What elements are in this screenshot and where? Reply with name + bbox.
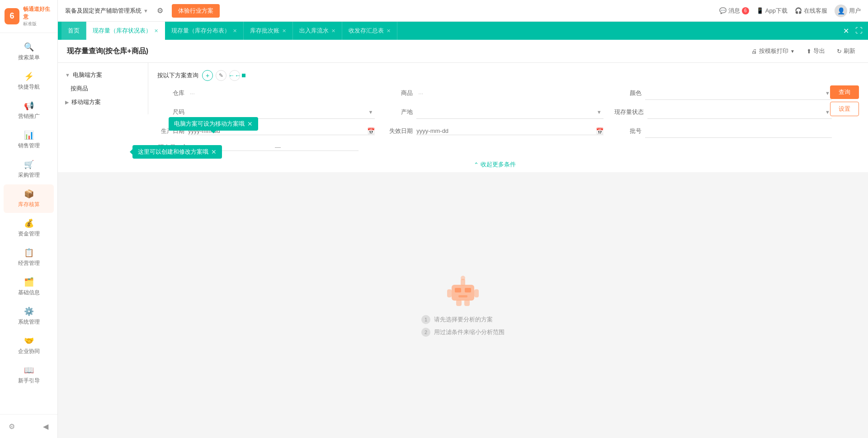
sidebar-item-basic[interactable]: 🗂️ 基础信息 <box>4 273 54 301</box>
sidebar-item-enterprise[interactable]: 🤝 企业协同 <box>4 331 54 360</box>
reset-btn[interactable]: 设置 <box>830 102 859 116</box>
svg-rect-1 <box>455 288 461 292</box>
topbar: 装备及固定资产辅助管理系统 ▼ ⚙ 体验行业方案 💬 消息 6 📱 App下载 … <box>58 0 868 22</box>
filter-row-header: 按以下方案查询 + ✎ ←← <box>157 70 832 81</box>
sidebar-label-quick-nav: 快捷导航 <box>18 83 40 91</box>
filter-label-expire-date: 失效日期 <box>386 127 413 135</box>
collapse-sidebar-btn[interactable]: ◀ <box>38 419 53 433</box>
filter-prod-date-calendar-icon[interactable]: 📅 <box>367 127 375 135</box>
tab-recv-summary-close[interactable]: ✕ <box>387 28 391 34</box>
message-btn[interactable]: 💬 消息 6 <box>719 7 749 15</box>
sidebar-item-operation[interactable]: 📋 经营管理 <box>4 243 54 272</box>
filter-expire-date-input[interactable] <box>416 127 594 134</box>
empty-step-2: 2 用过滤条件来缩小分析范围 <box>421 328 505 337</box>
tab-inventory-batch-close[interactable]: ✕ <box>282 28 286 34</box>
tab-home[interactable]: 首页 <box>61 22 86 40</box>
filter-select-stock-status[interactable]: ▼ <box>647 105 832 119</box>
scheme-item-desktop[interactable]: ▼ 电脑端方案 <box>58 68 148 82</box>
system-dropdown-arrow: ▼ <box>143 8 148 14</box>
inventory-icon: 📦 <box>24 189 34 199</box>
scheme-tooltip: 电脑方案可设为移动方案哦 ✕ <box>169 117 258 131</box>
refresh-btn[interactable]: ↻ 刷新 <box>833 45 859 57</box>
message-label: 消息 <box>728 7 740 15</box>
filter-range-separator: — <box>275 144 281 151</box>
tab-close-all-btn[interactable]: ✕ <box>841 25 851 37</box>
tab-inout-flow-close[interactable]: ✕ <box>331 28 335 34</box>
filter-select-color[interactable]: ▼ <box>645 86 832 100</box>
filter-grid-row4: 现存量（主） — <box>157 143 832 151</box>
app-download-icon: 📱 <box>756 7 764 14</box>
filter-add-btn[interactable]: + <box>202 70 213 81</box>
filter-select-origin[interactable]: ▼ <box>416 105 603 119</box>
online-service-btn[interactable]: 🎧 在线客服 <box>795 7 827 15</box>
scheme-tooltip-close[interactable]: ✕ <box>247 120 253 127</box>
filter-edit-btn[interactable]: ✎ <box>216 70 226 81</box>
filter-buttons: 查询 设置 <box>830 85 859 116</box>
tab-maximize-btn[interactable]: ⛶ <box>854 25 864 37</box>
sidebar-item-sales[interactable]: 📊 销售管理 <box>4 126 54 154</box>
industry-solution-btn[interactable]: 体验行业方案 <box>172 4 220 18</box>
scheme-item-mobile[interactable]: ▶ 移动端方案 <box>58 95 148 109</box>
filter-field-color: 颜色 ▼ <box>614 86 832 100</box>
topbar-settings-btn[interactable]: ⚙ <box>154 5 166 17</box>
print-template-btn[interactable]: 🖨 按模板打印 ▼ <box>748 45 798 57</box>
settings-footer-btn[interactable]: ⚙ <box>5 419 19 433</box>
tab-inventory-dist-close[interactable]: ✕ <box>233 28 237 34</box>
sidebar-item-marketing[interactable]: 📢 营销推广 <box>4 96 54 125</box>
topbar-settings-icon: ⚙ <box>157 6 163 15</box>
system-name-dropdown[interactable]: 装备及固定资产辅助管理系统 ▼ <box>65 7 148 15</box>
scheme-label-by-goods: 按商品 <box>71 85 88 93</box>
tab-inventory-dist-label: 现存量（库存分布表） <box>171 27 230 35</box>
tab-inventory-batch[interactable]: 库存批次账 ✕ <box>244 22 293 40</box>
filter-grid-row3: 生产日期 📅 失效日期 📅 批号 <box>157 124 832 138</box>
scheme-label-mobile: 移动端方案 <box>71 98 101 106</box>
filter-warehouse-dots[interactable]: ··· <box>188 90 197 97</box>
app-download-btn[interactable]: 📱 App下载 <box>756 7 788 15</box>
empty-step-2-text: 用过滤条件来缩小分析范围 <box>434 328 505 336</box>
tab-inventory-status-label: 现存量（库存状况表） <box>93 27 151 35</box>
refresh-label: 刷新 <box>844 47 855 55</box>
tab-recv-summary[interactable]: 收发存汇总表 ✕ <box>342 22 397 40</box>
svg-rect-0 <box>452 285 474 301</box>
tab-inventory-status-close[interactable]: ✕ <box>154 28 158 34</box>
filter-batch-input[interactable] <box>645 124 832 138</box>
filter-collapse-btn[interactable]: ⌃ 收起更多条件 <box>157 157 832 172</box>
scheme-item-by-goods[interactable]: 按商品 <box>58 82 148 95</box>
sidebar-label-marketing: 营销推广 <box>18 113 40 120</box>
sidebar-item-system[interactable]: ⚙️ 系统管理 <box>4 302 54 330</box>
sidebar-item-quick-nav[interactable]: ⚡ 快捷导航 <box>4 67 54 95</box>
empty-step-1-num: 1 <box>421 315 430 324</box>
filter-goods-dots[interactable]: ··· <box>416 90 425 97</box>
guide-icon: 📖 <box>24 365 34 375</box>
filter-field-origin: 产地 ▼ <box>386 105 603 119</box>
filter-color-arrow: ▼ <box>825 90 830 96</box>
sidebar-label-operation: 经营管理 <box>18 259 40 267</box>
refresh-icon: ↻ <box>837 48 842 55</box>
user-menu-btn[interactable]: 👤 用户 <box>835 5 861 17</box>
sidebar-item-guide[interactable]: 📖 新手引导 <box>4 361 54 389</box>
tab-inventory-dist[interactable]: 现存量（库存分布表） ✕ <box>165 22 244 40</box>
sales-icon: 📊 <box>24 130 34 140</box>
filter-grid-row1: 仓库 ··· 商品 ··· 颜色 ▼ <box>157 86 832 100</box>
tab-inventory-status[interactable]: 现存量（库存状况表） ✕ <box>86 22 165 40</box>
settings-footer-icon: ⚙ <box>9 422 15 431</box>
finance-icon: 💰 <box>24 218 34 228</box>
page-actions: 🖨 按模板打印 ▼ ⬆ 导出 ↻ 刷新 <box>748 45 859 57</box>
filter-label-batch: 批号 <box>614 127 642 135</box>
content-area: 现存量查询(按仓库+商品) 🖨 按模板打印 ▼ ⬆ 导出 ↻ 刷新 <box>58 40 868 438</box>
app-logo-icon: 6 <box>5 8 19 24</box>
tab-inout-flow[interactable]: 出入库流水 ✕ <box>293 22 342 40</box>
filter-label-size: 尺码 <box>157 108 184 116</box>
filter-back-btn[interactable]: ←← <box>229 70 240 81</box>
sidebar-item-inventory[interactable]: 📦 库存核算 <box>4 184 54 213</box>
filter-expire-date-calendar-icon[interactable]: 📅 <box>596 127 604 135</box>
sidebar-item-purchase[interactable]: 🛒 采购管理 <box>4 155 54 184</box>
sidebar-item-search[interactable]: 🔍 搜索菜单 <box>4 38 54 66</box>
scheme-label-desktop: 电脑端方案 <box>73 71 102 79</box>
filter-stock-qty-max[interactable] <box>283 144 359 151</box>
export-btn[interactable]: ⬆ 导出 <box>803 45 829 57</box>
create-scheme-tooltip-close[interactable]: ✕ <box>211 148 217 155</box>
sidebar-item-finance[interactable]: 💰 资金管理 <box>4 214 54 242</box>
query-btn[interactable]: 查询 <box>830 85 859 99</box>
app-logo-text: 畅通道好生意 标准版 <box>23 5 53 27</box>
